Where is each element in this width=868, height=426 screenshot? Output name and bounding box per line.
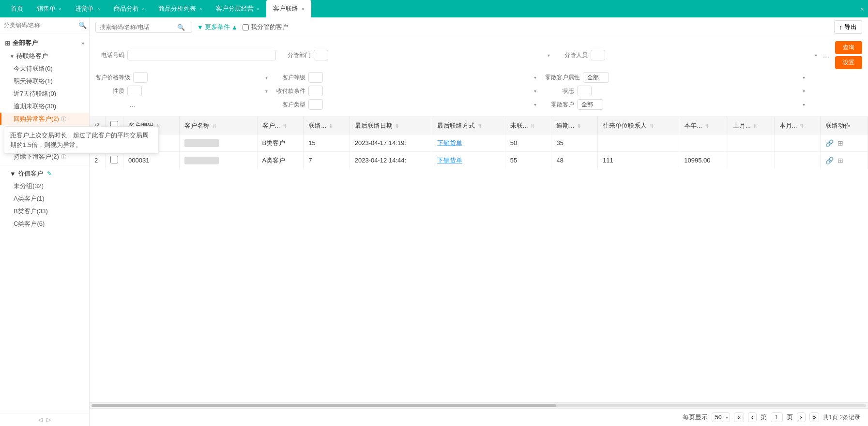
data-table-area: ⚙ 客户编码 ⇅ 客户名称 ⇅: [90, 117, 868, 402]
sidebar-group-pending[interactable]: ▼ 待联络客户: [0, 50, 89, 62]
col-this-month: 本月... ⇅: [774, 117, 821, 134]
prev-page-btn[interactable]: ‹: [748, 412, 757, 422]
customer-type-select[interactable]: [308, 99, 323, 110]
nav-home[interactable]: 首页: [4, 0, 30, 17]
row1-this-month: [774, 134, 821, 152]
sidebar-collapse-right-icon[interactable]: ▷: [46, 416, 51, 423]
retail-customer-select[interactable]: 全部: [577, 99, 603, 110]
sort-unit-icon[interactable]: ⇅: [650, 123, 654, 129]
sort-date-icon[interactable]: ⇅: [395, 123, 399, 129]
close-sales-icon[interactable]: ×: [59, 6, 61, 12]
sort-way-icon[interactable]: ⇅: [478, 123, 482, 129]
retail-attr-select[interactable]: 全部: [583, 72, 609, 83]
sidebar-item-class-a[interactable]: A类客户(1): [0, 192, 89, 205]
close-customer-tier-icon[interactable]: ×: [257, 6, 259, 12]
row2-check[interactable]: [110, 156, 118, 163]
edit-icon[interactable]: ✎: [47, 170, 52, 177]
next-page-btn[interactable]: ›: [797, 412, 806, 422]
retail-attr-label: 零散客户属性: [545, 73, 580, 82]
sort-year-icon[interactable]: ⇅: [705, 123, 709, 129]
nature-select[interactable]: [127, 86, 142, 96]
sort-lmonth-icon[interactable]: ⇅: [753, 123, 757, 129]
per-page-select[interactable]: 50: [712, 412, 730, 422]
nav-sales[interactable]: 销售单 ×: [30, 0, 68, 17]
sidebar-item-class-c[interactable]: C类客户(6): [0, 218, 89, 230]
col-this-year: 本年... ⇅: [679, 117, 728, 134]
value-arrow-icon: ▼: [10, 170, 16, 177]
export-button[interactable]: ↑ 导出: [834, 20, 863, 34]
per-page-label: 每页显示: [683, 413, 708, 422]
close-analysis-list-icon[interactable]: ×: [199, 6, 202, 12]
last-page-btn[interactable]: »: [809, 412, 820, 422]
current-page[interactable]: 1: [771, 412, 783, 422]
price-grade-select[interactable]: [133, 72, 148, 83]
close-analysis-icon[interactable]: ×: [142, 6, 145, 12]
sort-contact-icon[interactable]: ⇅: [329, 123, 333, 129]
row2-last-way[interactable]: 下销货单: [432, 152, 505, 169]
sidebar-item-tomorrow[interactable]: 明天待联络(1): [0, 75, 89, 88]
row2-link-icon[interactable]: 🔗: [825, 157, 834, 164]
sidebar-item-today[interactable]: 今天待联络(0): [0, 62, 89, 75]
sidebar-item-overdue[interactable]: 逾期未联络(30): [0, 100, 89, 113]
my-customers-check[interactable]: [243, 24, 249, 30]
row1-this-year: [679, 134, 728, 152]
search-submit-icon[interactable]: 🔍: [177, 24, 185, 31]
row2-checkbox[interactable]: [106, 152, 123, 169]
row1-grid-icon[interactable]: ⊞: [838, 139, 843, 147]
info-icon[interactable]: ⓘ: [61, 116, 66, 123]
info-icon4[interactable]: ⓘ: [61, 153, 66, 161]
sidebar-item-7days[interactable]: 近7天待联络(0): [0, 88, 89, 100]
pagination-bar: 每页显示 50 « ‹ 第 1 页 › » 共1页 2条记录: [90, 408, 868, 426]
my-customers-checkbox[interactable]: 我分管的客户: [243, 23, 289, 31]
sort-name-icon[interactable]: ⇅: [213, 123, 216, 129]
sidebar-collapse-left-icon[interactable]: ◁: [38, 416, 43, 423]
data-table: ⚙ 客户编码 ⇅ 客户名称 ⇅: [90, 117, 868, 169]
phone-input[interactable]: [127, 50, 276, 60]
sidebar-group-value[interactable]: ▼ 价值客户 ✎: [0, 167, 89, 180]
per-page-wrapper[interactable]: 50: [712, 412, 730, 422]
customer-grade-select[interactable]: [308, 72, 323, 83]
close-customer-contact-icon[interactable]: ×: [301, 6, 304, 12]
row2-grid-icon[interactable]: ⊞: [838, 157, 843, 164]
sort-uncontacted-icon[interactable]: ⇅: [531, 123, 534, 129]
sidebar-search-box[interactable]: 🔍: [0, 17, 89, 33]
row2-overdue: 48: [551, 152, 598, 169]
sidebar-item-class-b[interactable]: B类客户(33): [0, 205, 89, 218]
sidebar-item-repurchase-abnormal[interactable]: 回购异常客户(2) ⓘ: [0, 113, 89, 125]
export-icon: ↑: [839, 24, 843, 31]
advanced-filter: 电话号码 分管部门 分管人员 ...: [90, 37, 868, 117]
row1-type: B类客户: [257, 134, 304, 152]
status-select[interactable]: [577, 86, 592, 96]
row1-last-way[interactable]: 下销货单: [432, 134, 505, 152]
row1-link-icon[interactable]: 🔗: [825, 139, 834, 147]
dept-select[interactable]: [314, 50, 328, 60]
nav-analysis-list[interactable]: 商品分析列表 ×: [152, 0, 209, 17]
sort-type-icon[interactable]: ⇅: [283, 123, 287, 129]
first-page-btn[interactable]: «: [734, 412, 744, 422]
nav-customer-tier[interactable]: 客户分层经营 ×: [209, 0, 266, 17]
scrollbar-thumb[interactable]: [91, 404, 556, 407]
col-last-date: 最后联络日期 ⇅: [350, 117, 432, 134]
settings-button[interactable]: 设置: [835, 56, 862, 69]
manager-select[interactable]: [591, 50, 605, 60]
close-purchase-icon[interactable]: ×: [97, 6, 100, 12]
payment-select[interactable]: [308, 86, 323, 96]
sort-tmonth-icon[interactable]: ⇅: [800, 123, 804, 129]
manager-more-icon[interactable]: ...: [823, 51, 829, 59]
nav-analysis[interactable]: 商品分析 ×: [107, 0, 152, 17]
query-button[interactable]: 查询: [835, 41, 862, 54]
nav-purchase[interactable]: 进货单 ×: [68, 0, 107, 17]
row2-actions: 🔗 ⊞: [821, 152, 868, 169]
sort-overdue-icon[interactable]: ⇅: [577, 123, 581, 129]
search-box[interactable]: 🔍: [95, 22, 192, 33]
sidebar-all-customers[interactable]: ⊞ 全部客户 »: [0, 36, 89, 50]
nav-customer-contact[interactable]: 客户联络 ×: [266, 0, 311, 17]
close-all-button[interactable]: ×: [860, 5, 864, 13]
scrollbar-track[interactable]: [91, 404, 866, 407]
sidebar-item-ungroup[interactable]: 未分组(32): [0, 180, 89, 192]
more-filter-dots[interactable]: ...: [129, 100, 136, 109]
horizontal-scrollbar[interactable]: [90, 402, 868, 408]
more-conditions-btn[interactable]: ▼ 更多条件 ▲: [197, 23, 238, 31]
sidebar-search-input[interactable]: [4, 22, 76, 29]
search-input[interactable]: [100, 24, 177, 30]
